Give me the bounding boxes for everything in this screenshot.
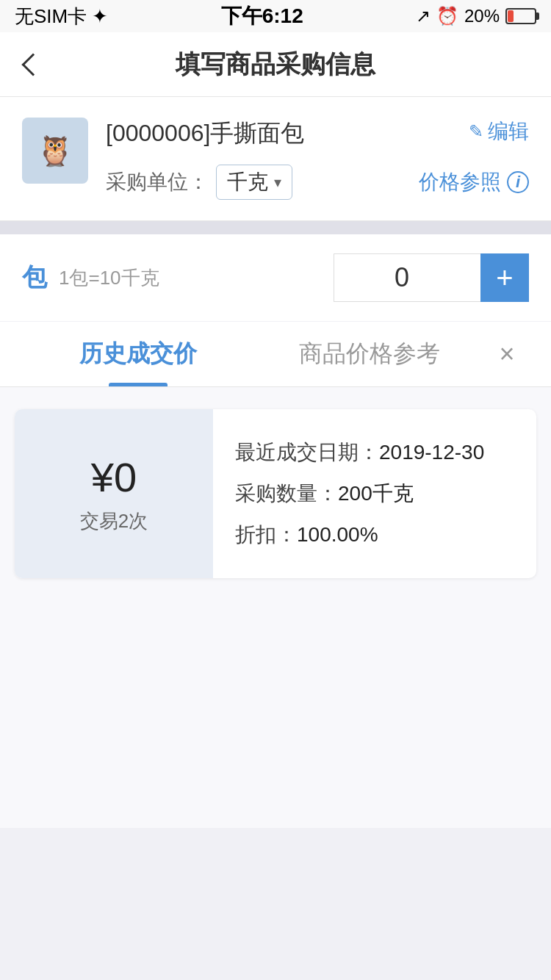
product-logo: 🦉 (22, 118, 88, 184)
quantity-row: 包 1包=10千克 + (0, 234, 551, 322)
transaction-card: ¥0 交易2次 最近成交日期：2019-12-30 采购数量：200千克 折扣：… (15, 409, 536, 578)
tab-reference-label: 商品价格参考 (299, 338, 440, 370)
transaction-qty-row: 采购数量：200千克 (235, 480, 514, 508)
status-time: 下午6:12 (221, 2, 303, 30)
product-name: [0000006]手撕面包 (106, 118, 304, 150)
bag-label: 包 (22, 261, 47, 295)
unit-dropdown-arrow: ▾ (274, 173, 281, 191)
quantity-controls: + (334, 253, 529, 302)
unit-bag-info: 包 1包=10千克 (22, 261, 159, 295)
quantity-input[interactable] (334, 253, 480, 302)
transaction-discount-row: 折扣：100.00% (235, 521, 514, 549)
header: 填写商品采购信息 (0, 32, 551, 97)
discount-label: 折扣： (235, 523, 297, 546)
location-icon: ↗ (416, 6, 431, 26)
battery-percent: 20% (464, 6, 500, 26)
status-right: ↗ ⏰ 20% (416, 6, 536, 26)
transaction-date-row: 最近成交日期：2019-12-30 (235, 439, 514, 466)
product-top: [0000006]手撕面包 ✎ 编辑 (106, 118, 529, 150)
edit-icon: ✎ (469, 121, 483, 142)
transaction-price-panel: ¥0 交易2次 (15, 409, 213, 578)
tabs-container: 历史成交价 商品价格参考 × (0, 322, 551, 387)
price-display: ¥0 (91, 453, 137, 501)
back-button[interactable] (0, 32, 59, 97)
carrier-text: 无SIM卡 ✦ (15, 4, 108, 29)
section-divider (0, 221, 551, 234)
tab-history-label: 历史成交价 (79, 338, 197, 370)
unit-row: 采购单位： 千克 ▾ 价格参照 i (106, 165, 529, 200)
content-area: ¥0 交易2次 最近成交日期：2019-12-30 采购数量：200千克 折扣：… (0, 387, 551, 828)
price-ref-label: 价格参照 (419, 168, 501, 196)
info-icon: i (507, 171, 529, 193)
status-left: 无SIM卡 ✦ (15, 4, 108, 29)
quantity-plus-button[interactable]: + (480, 253, 529, 302)
date-label: 最近成交日期： (235, 441, 379, 464)
unit-value: 千克 (227, 168, 268, 196)
page-title: 填写商品采购信息 (176, 48, 375, 82)
qty-value: 200千克 (338, 482, 414, 505)
discount-value: 100.00% (297, 523, 378, 546)
tab-close-button[interactable]: × (485, 332, 529, 376)
edit-label: 编辑 (488, 118, 529, 145)
unit-select[interactable]: 千克 ▾ (216, 165, 292, 200)
trade-count: 交易2次 (80, 508, 148, 534)
transaction-details-panel: 最近成交日期：2019-12-30 采购数量：200千克 折扣：100.00% (213, 409, 536, 578)
edit-button[interactable]: ✎ 编辑 (469, 118, 529, 145)
battery-icon (505, 8, 536, 24)
qty-label: 采购数量： (235, 482, 338, 505)
owl-icon: 🦉 (37, 134, 73, 168)
tab-price-reference[interactable]: 商品价格参考 (253, 322, 485, 386)
unit-label: 采购单位： (106, 168, 209, 196)
bag-equiv: 1包=10千克 (59, 265, 159, 291)
tab-history-price[interactable]: 历史成交价 (22, 322, 253, 386)
status-bar: 无SIM卡 ✦ 下午6:12 ↗ ⏰ 20% (0, 0, 551, 32)
product-card: 🦉 [0000006]手撕面包 ✎ 编辑 采购单位： 千克 ▾ 价格参照 i (0, 97, 551, 221)
back-arrow-icon (21, 53, 44, 76)
alarm-icon: ⏰ (436, 6, 458, 26)
date-value: 2019-12-30 (379, 441, 484, 464)
price-reference-button[interactable]: 价格参照 i (419, 168, 529, 196)
price-symbol: ¥ (91, 454, 114, 500)
tabs-header: 历史成交价 商品价格参考 × (0, 322, 551, 386)
price-number: 0 (114, 454, 137, 500)
product-info: [0000006]手撕面包 ✎ 编辑 采购单位： 千克 ▾ 价格参照 i (106, 118, 529, 200)
